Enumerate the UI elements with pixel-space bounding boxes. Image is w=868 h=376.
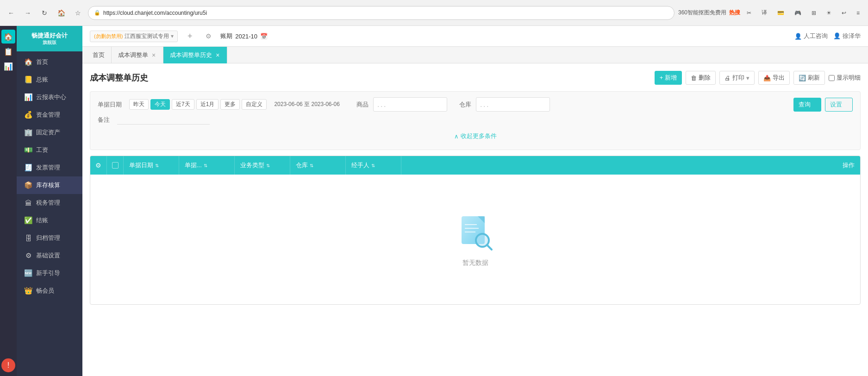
th-warehouse[interactable]: 仓库 ⇅ — [290, 156, 346, 175]
collapse-button[interactable]: ∧ 收起更多条件 — [454, 132, 497, 140]
show-cols-toggle[interactable]: 显示明细 — [829, 74, 861, 82]
tab-cost-adjust[interactable]: 成本调整单 × — [112, 47, 163, 63]
new-button[interactable]: + 新增 — [655, 71, 682, 85]
archive-icon: 🗄 — [24, 234, 32, 242]
table-header: ⚙ 单据日期 ⇅ 单据... ⇅ 业务类型 ⇅ — [90, 156, 860, 175]
th-num[interactable]: 单据... ⇅ — [179, 156, 235, 175]
checkbox-icon — [112, 162, 119, 169]
warehouse-filter[interactable]: 仓库 ... — [459, 97, 550, 112]
sidebar-item-fixed-assets[interactable]: 🏢 固定资产 — [17, 124, 82, 141]
service-label: 人工咨询 — [804, 32, 828, 40]
tab-home[interactable]: 首页 — [86, 47, 112, 63]
rail-ledger[interactable]: 📋 — [1, 44, 15, 58]
user-name-label: 徐泽华 — [843, 32, 861, 39]
sidebar-item-tax[interactable]: 🏛 税务管理 — [17, 194, 82, 212]
sidebar-item-archive[interactable]: 🗄 归档管理 — [17, 229, 82, 247]
sidebar-item-invoices[interactable]: 🧾 发票管理 — [17, 159, 82, 176]
bookmark-button[interactable]: ☆ — [71, 6, 84, 19]
more-btn[interactable]: 更多 — [220, 99, 240, 110]
sidebar-item-reports[interactable]: 📊 云报表中心 — [17, 88, 82, 106]
settings-btn[interactable]: 设置 — [825, 98, 853, 112]
sidebar-item-settings[interactable]: ⚙ 基础设置 — [17, 247, 82, 264]
tab-bar: 首页 成本调整单 × 成本调整单历史 × — [82, 47, 868, 63]
gear-icon: ⚙ — [95, 162, 101, 169]
top-bar-right: 👤 人工咨询 👤 徐泽华 — [794, 32, 861, 40]
th-date[interactable]: 单据日期 ⇅ — [124, 156, 179, 175]
column-settings-button[interactable]: ⚙ — [90, 156, 107, 175]
app-wrapper: 🏠 📋 📊 ! 畅捷通好会计 旗舰版 🏠 首页 📒 总账 📊 云报表中心 — [0, 26, 868, 376]
product-filter[interactable]: 商品 ... — [356, 97, 447, 112]
sidebar-item-ledger[interactable]: 📒 总账 — [17, 71, 82, 88]
last-month-btn[interactable]: 近1月 — [196, 99, 219, 110]
main-content: (勿删勿禁用) 江西服宝测试专用 ▾ + ⚙ 账期 2021-10 📅 👤 人工… — [82, 26, 868, 376]
show-cols-checkbox[interactable] — [829, 75, 835, 81]
query-button[interactable]: 查询 — [793, 98, 821, 112]
yesterday-btn[interactable]: 昨天 — [129, 99, 149, 110]
today-btn[interactable]: 今天 — [150, 99, 170, 110]
sidebar-item-guide[interactable]: 🆕 新手引导 — [17, 264, 82, 282]
print-icon: 🖨 — [724, 75, 731, 81]
export-button[interactable]: 📤 导出 — [758, 71, 790, 85]
address-bar[interactable]: 🔒 https://cloud.chanjet.com/accounting/u… — [88, 6, 674, 20]
sort-num-icon: ⇅ — [204, 163, 207, 168]
translate-tool[interactable]: 译 — [758, 7, 771, 18]
close-cost-adjust-history-tab[interactable]: × — [215, 50, 220, 60]
rail-home[interactable]: 🏠 — [1, 30, 15, 44]
company-name: 江西服宝测试专用 — [125, 32, 169, 40]
print-dropdown-icon: ▾ — [746, 75, 749, 81]
warehouse-select[interactable]: ... — [476, 97, 550, 112]
hot-search-label: 热搜 — [729, 9, 740, 17]
sidebar-item-member[interactable]: 👑 畅会员 — [17, 282, 82, 300]
notes-input[interactable] — [117, 115, 210, 125]
sidebar-item-inventory[interactable]: 📦 库存核算 — [17, 176, 82, 194]
filter-area: 单据日期 昨天 今天 近7天 近1月 更多 自定义 2023-06-06 至 2… — [90, 91, 861, 150]
delete-button[interactable]: 🗑 删除 — [686, 71, 716, 85]
sidebar-item-settlement[interactable]: ✅ 结账 — [17, 212, 82, 229]
last7days-btn[interactable]: 近7天 — [172, 99, 194, 110]
sidebar-item-home[interactable]: 🏠 首页 — [17, 53, 82, 71]
scissors-tool[interactable]: ✂ — [743, 8, 755, 18]
add-company-button[interactable]: + — [183, 30, 196, 43]
page-title-bar: 成本调整单历史 + 新增 🗑 删除 🖨 打印 ▾ 📤 导出 — [90, 71, 861, 85]
sort-person-icon: ⇅ — [371, 163, 375, 168]
delete-icon: 🗑 — [691, 75, 697, 81]
rail-notification[interactable]: ! — [1, 358, 15, 372]
product-select[interactable]: ... — [373, 97, 447, 112]
refresh-button[interactable]: 🔄 刷新 — [793, 71, 825, 85]
settings-tool[interactable]: ☀ — [823, 8, 835, 18]
forward-button[interactable]: → — [21, 6, 34, 19]
grid-tool[interactable]: ⊞ — [808, 8, 820, 18]
back-button[interactable]: ← — [5, 6, 18, 19]
reports-icon: 📊 — [24, 93, 32, 101]
date-filter-label: 单据日期 — [98, 100, 122, 109]
browser-chrome: ← → ↻ 🏠 ☆ 🔒 https://cloud.chanjet.com/ac… — [0, 0, 868, 26]
sidebar-item-salary[interactable]: 💵 工资 — [17, 141, 82, 159]
empty-illustration — [455, 212, 496, 253]
menu-tool[interactable]: ≡ — [853, 8, 863, 18]
svg-line-6 — [487, 245, 492, 250]
close-cost-adjust-tab[interactable]: × — [151, 50, 156, 60]
wallet-tool[interactable]: 💳 — [774, 8, 788, 18]
select-all-checkbox[interactable] — [107, 156, 124, 175]
company-selector[interactable]: (勿删勿禁用) 江西服宝测试专用 ▾ — [90, 31, 178, 42]
tab-cost-adjust-history[interactable]: 成本调整单历史 × — [163, 47, 227, 63]
sidebar: 畅捷通好会计 旗舰版 🏠 首页 📒 总账 📊 云报表中心 💰 资金管理 — [17, 26, 82, 376]
company-settings-button[interactable]: ⚙ — [202, 30, 215, 43]
rail-chart[interactable]: 📊 — [1, 59, 15, 73]
th-person[interactable]: 经手人 ⇅ — [346, 156, 401, 175]
product-label: 商品 — [356, 100, 368, 109]
print-button[interactable]: 🖨 打印 ▾ — [719, 71, 755, 85]
game-tool[interactable]: 🎮 — [791, 8, 805, 18]
sidebar-item-funds[interactable]: 💰 资金管理 — [17, 106, 82, 124]
page-title: 成本调整单历史 — [90, 72, 148, 83]
reload-button[interactable]: ↻ — [38, 6, 51, 19]
user-service-button[interactable]: 👤 人工咨询 — [794, 32, 828, 40]
th-biz-type[interactable]: 业务类型 ⇅ — [235, 156, 290, 175]
home-button[interactable]: 🏠 — [55, 6, 68, 19]
sort-date-icon: ⇅ — [155, 163, 159, 168]
undo-tool[interactable]: ↩ — [838, 8, 850, 18]
period-info: 账期 2021-10 📅 — [220, 32, 268, 40]
user-avatar[interactable]: 👤 徐泽华 — [833, 32, 861, 40]
custom-btn[interactable]: 自定义 — [242, 99, 267, 110]
empty-text: 暂无数据 — [462, 259, 488, 267]
